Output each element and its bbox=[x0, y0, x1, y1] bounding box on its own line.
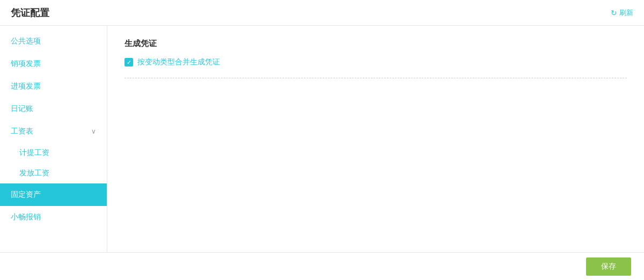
sidebar-item-journal[interactable]: 日记账 bbox=[0, 98, 107, 120]
sidebar-label-journal: 日记账 bbox=[11, 104, 33, 114]
chevron-down-icon: ∨ bbox=[91, 128, 96, 135]
save-button[interactable]: 保存 bbox=[586, 257, 631, 276]
footer: 保存 bbox=[0, 252, 644, 280]
sidebar-label-expense-claim: 小畅报销 bbox=[11, 212, 41, 222]
section-divider bbox=[125, 78, 627, 78]
sidebar-label-public-options: 公共选项 bbox=[11, 36, 41, 46]
checkbox-row: ✓ 按变动类型合并生成凭证 bbox=[125, 57, 627, 67]
section-title: 生成凭证 bbox=[125, 39, 627, 49]
sidebar-item-fixed-assets[interactable]: 固定资产 bbox=[0, 183, 107, 206]
sidebar-label-fixed-assets: 固定资产 bbox=[11, 190, 41, 200]
sidebar-item-purchase-invoice[interactable]: 进项发票 bbox=[0, 75, 107, 98]
main-content: 公共选项 销项发票 进项发票 日记账 工资表 ∨ 计提工资 发放工资 固定资产 … bbox=[0, 26, 644, 252]
refresh-button[interactable]: ↻ 刷新 bbox=[611, 8, 633, 18]
sidebar-label-pay-payroll: 发放工资 bbox=[19, 168, 49, 177]
page-title: 凭证配置 bbox=[11, 6, 49, 19]
sidebar: 公共选项 销项发票 进项发票 日记账 工资表 ∨ 计提工资 发放工资 固定资产 … bbox=[0, 26, 107, 252]
header: 凭证配置 ↻ 刷新 bbox=[0, 0, 644, 26]
sidebar-label-sales-invoice: 销项发票 bbox=[11, 59, 41, 69]
refresh-label: 刷新 bbox=[619, 8, 633, 18]
sidebar-item-pay-payroll[interactable]: 发放工资 bbox=[0, 163, 107, 183]
sidebar-label-calc-payroll: 计提工资 bbox=[19, 148, 49, 157]
sidebar-item-sales-invoice[interactable]: 销项发票 bbox=[0, 53, 107, 75]
content-area: 生成凭证 ✓ 按变动类型合并生成凭证 bbox=[107, 26, 644, 252]
sidebar-item-public-options[interactable]: 公共选项 bbox=[0, 30, 107, 53]
merge-by-type-checkbox[interactable]: ✓ bbox=[125, 58, 133, 67]
refresh-icon: ↻ bbox=[611, 9, 617, 17]
checkbox-label[interactable]: 按变动类型合并生成凭证 bbox=[137, 57, 220, 67]
sidebar-item-expense-claim[interactable]: 小畅报销 bbox=[0, 206, 107, 229]
checkmark-icon: ✓ bbox=[127, 60, 131, 65]
sidebar-label-purchase-invoice: 进项发票 bbox=[11, 82, 41, 91]
sidebar-item-payroll-table[interactable]: 工资表 ∨ bbox=[0, 120, 107, 143]
sidebar-label-payroll-table: 工资表 bbox=[11, 127, 33, 136]
sidebar-item-calc-payroll[interactable]: 计提工资 bbox=[0, 143, 107, 163]
